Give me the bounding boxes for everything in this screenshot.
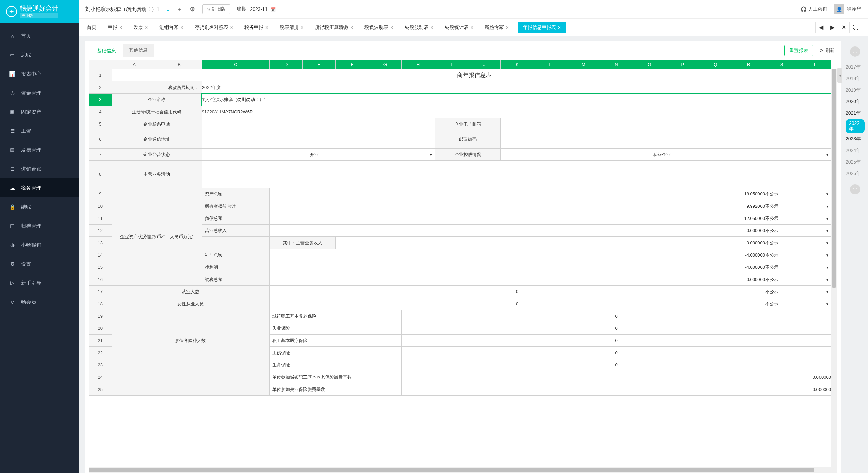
dropdown-cell[interactable]: 不公示▼: [765, 277, 831, 283]
row-header[interactable]: 13: [89, 237, 112, 249]
username[interactable]: 徐泽华: [847, 6, 861, 12]
row-header[interactable]: 8: [89, 161, 112, 188]
menu-funds[interactable]: ◎资金管理: [0, 83, 79, 102]
tab-9[interactable]: 纳税波动表×: [403, 22, 435, 33]
year-option[interactable]: 2020年: [846, 96, 865, 108]
year-option[interactable]: 2025年: [846, 156, 865, 168]
refresh-button[interactable]: ⟳刷新: [820, 48, 835, 54]
col-header[interactable]: H: [402, 60, 435, 69]
menu-settings[interactable]: ⚙设置: [0, 254, 79, 273]
year-option[interactable]: 2022年: [846, 119, 865, 133]
col-header[interactable]: B: [157, 60, 202, 69]
col-header[interactable]: T: [798, 60, 831, 69]
collapse-handle[interactable]: ◂: [837, 68, 842, 83]
dropdown-cell[interactable]: 不公示▼: [765, 203, 831, 209]
row-header[interactable]: 20: [89, 322, 112, 335]
tab-12[interactable]: 年报信息申报表×: [518, 22, 566, 33]
old-version-button[interactable]: 切到旧版: [202, 4, 230, 14]
row-header[interactable]: 24: [89, 371, 112, 383]
col-header[interactable]: O: [633, 60, 666, 69]
row-header[interactable]: 15: [89, 261, 112, 273]
account-name[interactable]: 刘小艳演示账套（勿删勿动！）1: [85, 6, 159, 13]
row-header[interactable]: 11: [89, 212, 112, 225]
row-header[interactable]: 9: [89, 188, 112, 200]
tab-6[interactable]: 税表清册×: [278, 22, 305, 33]
dropdown-cell[interactable]: 不公示▼: [765, 264, 831, 270]
year-option[interactable]: 2023年: [846, 133, 865, 145]
menu-ledger[interactable]: ▭总账: [0, 45, 79, 64]
year-up-button[interactable]: ︿: [850, 46, 860, 57]
period-value[interactable]: 2022年度: [202, 81, 831, 94]
tab-close-icon[interactable]: ×: [119, 25, 122, 30]
col-header[interactable]: R: [732, 60, 765, 69]
menu-reports[interactable]: 📊报表中心: [0, 64, 79, 83]
dropdown-cell[interactable]: 不公示▼: [765, 191, 831, 197]
dropdown-cell[interactable]: 不公示▼: [765, 301, 831, 307]
menu-salary[interactable]: ☰工资: [0, 121, 79, 140]
tab-10[interactable]: 纳税统计表×: [443, 22, 475, 33]
consult-button[interactable]: 🎧人工咨询: [801, 6, 827, 12]
col-header[interactable]: N: [600, 60, 633, 69]
period-value[interactable]: 2023-11: [250, 6, 267, 12]
company-name-cell[interactable]: 刘小艳演示账套（勿删勿动！）1: [202, 94, 831, 106]
col-header[interactable]: S: [765, 60, 798, 69]
row-header[interactable]: 25: [89, 383, 112, 396]
tab-next-button[interactable]: ▶: [827, 22, 838, 33]
menu-archive[interactable]: ▧归档管理: [0, 216, 79, 235]
col-header[interactable]: D: [270, 60, 302, 69]
tab-fullscreen-button[interactable]: ⛶: [849, 22, 862, 33]
row-header[interactable]: 16: [89, 273, 112, 286]
tab-close-icon[interactable]: ×: [350, 25, 353, 30]
col-header[interactable]: J: [468, 60, 501, 69]
tab-close-icon[interactable]: ×: [230, 25, 233, 30]
menu-home[interactable]: ⌂首页: [0, 26, 79, 45]
tab-close-icon[interactable]: ×: [390, 25, 393, 30]
vertical-scrollbar[interactable]: [831, 69, 837, 467]
year-option[interactable]: 2018年: [846, 73, 865, 84]
tab-1[interactable]: 申报×: [106, 22, 124, 33]
dropdown-cell[interactable]: 不公示▼: [765, 289, 831, 295]
add-account-button[interactable]: ＋: [177, 5, 183, 13]
row-header[interactable]: 4: [89, 106, 112, 118]
row-header[interactable]: 18: [89, 298, 112, 310]
dropdown-cell[interactable]: 不公示▼: [765, 252, 831, 258]
menu-inout[interactable]: ⊟进销台账: [0, 159, 79, 178]
reset-report-button[interactable]: 重置报表: [784, 45, 813, 56]
col-header[interactable]: C: [202, 60, 270, 69]
tab-5[interactable]: 税务申报×: [242, 22, 270, 33]
menu-assets[interactable]: ▣固定资产: [0, 102, 79, 121]
account-settings-button[interactable]: ⚙: [190, 5, 195, 13]
year-option[interactable]: 2019年: [846, 84, 865, 96]
year-down-button[interactable]: ﹀: [850, 184, 860, 194]
col-header[interactable]: [89, 60, 112, 69]
row-header[interactable]: 2: [89, 81, 112, 94]
row-header[interactable]: 23: [89, 359, 112, 371]
dropdown-cell[interactable]: 不公示▼: [765, 215, 831, 222]
year-option[interactable]: 2024年: [846, 145, 865, 156]
tab-close-icon[interactable]: ×: [558, 25, 561, 30]
menu-reimburse[interactable]: ◑小畅报销: [0, 235, 79, 254]
tab-11[interactable]: 税检专家×: [483, 22, 511, 33]
row-header[interactable]: 19: [89, 310, 112, 322]
row-header[interactable]: 12: [89, 225, 112, 237]
sub-tab-other[interactable]: 其他信息: [123, 44, 154, 57]
chevron-down-icon[interactable]: ⌄: [166, 7, 170, 12]
tab-close-button[interactable]: ✕: [838, 22, 849, 33]
dropdown-cell[interactable]: 私营企业▼: [501, 152, 831, 158]
avatar-icon[interactable]: 👤: [834, 4, 844, 14]
row-header[interactable]: 21: [89, 335, 112, 347]
col-header[interactable]: L: [534, 60, 567, 69]
row-header[interactable]: 3: [89, 94, 112, 106]
menu-tax[interactable]: ☁税务管理: [0, 178, 79, 197]
calendar-icon[interactable]: 📅: [270, 7, 276, 12]
menu-vip[interactable]: V畅会员: [0, 292, 79, 311]
tab-close-icon[interactable]: ×: [180, 25, 183, 30]
row-header[interactable]: 17: [89, 286, 112, 298]
row-header[interactable]: 10: [89, 200, 112, 212]
tab-0[interactable]: 首页: [85, 22, 98, 33]
tab-2[interactable]: 发票×: [132, 22, 150, 33]
horizontal-scrollbar[interactable]: [89, 467, 837, 473]
col-header[interactable]: E: [302, 60, 335, 69]
dropdown-cell[interactable]: 不公示▼: [765, 240, 831, 246]
row-header[interactable]: 22: [89, 347, 112, 359]
